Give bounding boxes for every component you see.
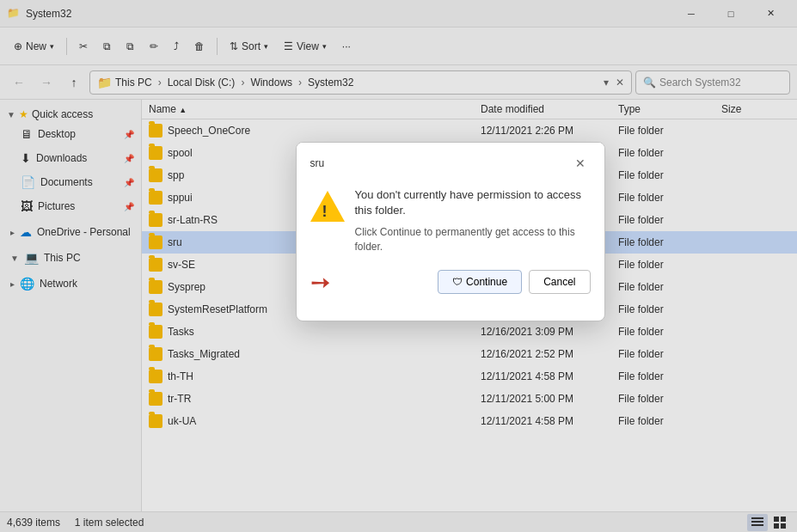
dialog-content: You don't currently have permission to a… [310,187,591,254]
continue-label: Continue [466,276,507,288]
dialog-close-button[interactable]: ✕ [570,153,591,174]
dialog-sub-text: Click Continue to permanently get access… [355,225,591,254]
dialog-title: sru [310,157,325,169]
dialog-body: You don't currently have permission to a… [297,180,604,321]
shield-icon: 🛡 [452,276,463,288]
dialog-main-text: You don't currently have permission to a… [355,187,591,218]
dialog-arrow-area: ➙ 🛡 Continue Cancel [310,265,591,307]
continue-button[interactable]: 🛡 Continue [438,270,522,294]
dialog-text-area: You don't currently have permission to a… [355,187,591,254]
permission-dialog: sru ✕ You don't currently have permissio… [296,142,605,321]
dialog-overlay: sru ✕ You don't currently have permissio… [0,0,797,532]
dialog-arrow-icon: ➙ [310,268,330,297]
dialog-title-bar: sru ✕ [297,143,604,180]
cancel-button[interactable]: Cancel [529,270,590,294]
cancel-label: Cancel [543,276,575,288]
warning-triangle [310,191,345,222]
dialog-buttons: 🛡 Continue Cancel [340,270,591,294]
warning-icon [310,191,345,225]
